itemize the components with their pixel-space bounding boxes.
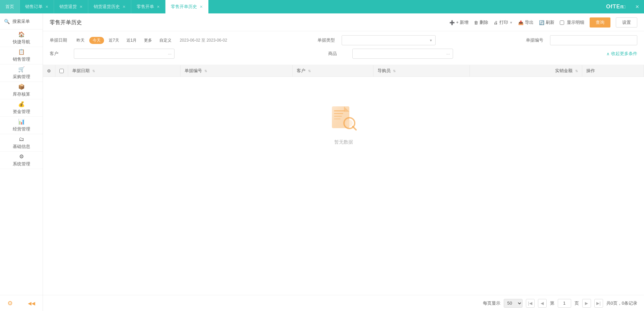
quick-nav-icon: 🏠 — [18, 31, 25, 38]
main-layout: 🔍 搜索采单 🏠 快捷导航 📋 销售管理 🛒 采购管理 📦 库存核算 💰 资金管… — [0, 13, 644, 311]
query-button[interactable]: 查询 — [590, 17, 610, 28]
svg-point-7 — [346, 120, 353, 126]
sidebar-item-operations[interactable]: 📊 经营管理 — [0, 117, 43, 134]
sales-mgmt-icon: 📋 — [18, 49, 25, 55]
svg-rect-4 — [334, 118, 341, 119]
date-opt-today[interactable]: 今天 — [89, 37, 104, 44]
print-label: 打印 — [499, 19, 508, 25]
tab-retail-history[interactable]: 零售开单历史 ✕ — [165, 0, 208, 13]
first-page-button[interactable]: |◀ — [526, 299, 535, 308]
sidebar-item-system[interactable]: ⚙ 系统管理 — [0, 152, 43, 169]
th-doc-date[interactable]: 单据日期 ⇅ — [68, 65, 181, 77]
tab-sales-order-label: 销售订单 — [25, 4, 43, 10]
collapse-sidebar-icon[interactable]: ◀◀ — [25, 298, 38, 309]
svg-line-8 — [353, 126, 356, 130]
minimize-button[interactable]: － — [604, 0, 617, 13]
tab-sales-order[interactable]: 销售订单 ✕ — [20, 0, 54, 13]
th-actual-amount[interactable]: 实销金额 ⇅ — [470, 65, 582, 77]
add-button[interactable]: ➕ + 新增 — [449, 19, 468, 25]
display-detail-checkbox[interactable] — [560, 20, 564, 25]
page-total-text: 共0页，0条记录 — [606, 300, 637, 306]
sidebar-item-label: 销售管理 — [13, 56, 30, 62]
sidebar-item-quick-nav[interactable]: 🏠 快捷导航 — [0, 30, 43, 47]
select-all-checkbox[interactable] — [59, 69, 64, 73]
tab-sales-return-history[interactable]: 销货退货历史 ✕ — [88, 0, 131, 13]
th-settings[interactable]: ⚙ — [43, 65, 55, 77]
toolbar: ➕ + 新增 🗑 删除 🖨 打印 ▼ 📤 导出 🔄 — [449, 17, 637, 28]
sidebar-item-label: 资金管理 — [13, 109, 30, 115]
th-checkbox[interactable] — [55, 65, 68, 77]
tab-sales-return-close[interactable]: ✕ — [80, 5, 83, 9]
close-button[interactable]: ✕ — [631, 0, 644, 13]
sort-amount-icon: ⇅ — [575, 69, 578, 73]
settings-button[interactable]: 设置 — [616, 17, 637, 28]
th-customer[interactable]: 客户 ⇅ — [293, 65, 374, 77]
sidebar-item-sales-mgmt[interactable]: 📋 销售管理 — [0, 47, 43, 64]
page-header: 零售开单历史 ➕ + 新增 🗑 删除 🖨 打印 ▼ 📤 导出 — [43, 13, 644, 31]
collapse-filter-label: 收起更多条件 — [611, 51, 637, 57]
top-bar: 首页 销售订单 ✕ 销货退货 ✕ 销货退货历史 ✕ 零售开单 ✕ 零售开单历史 … — [0, 0, 644, 13]
display-detail-button[interactable]: 显示明细 — [560, 19, 584, 25]
delete-label: 删除 — [480, 19, 488, 25]
date-opt-custom[interactable]: 自定义 — [157, 37, 174, 44]
th-guide[interactable]: 导购员 ⇅ — [373, 65, 470, 77]
sidebar-item-label: 采购管理 — [13, 74, 30, 80]
th-doc-no[interactable]: 单据编号 ⇅ — [180, 65, 293, 77]
goods-dots-icon: ··· — [446, 51, 450, 56]
tab-sales-return[interactable]: 销货退货 ✕ — [54, 0, 88, 13]
doc-no-input[interactable] — [550, 35, 637, 45]
sidebar-item-purchase-mgmt[interactable]: 🛒 采购管理 — [0, 64, 43, 82]
doc-no-label: 单据编号 — [526, 37, 545, 43]
page-label-after: 页 — [575, 300, 579, 306]
date-opt-yesterday[interactable]: 昨天 — [74, 37, 87, 44]
tab-retail-history-close[interactable]: ✕ — [200, 5, 203, 9]
next-page-button[interactable]: ▶ — [582, 299, 591, 308]
per-page-select[interactable]: 50 100 200 — [504, 299, 523, 308]
sidebar-item-label: 经营管理 — [13, 126, 30, 132]
add-label: + 新增 — [456, 19, 468, 25]
date-opt-last-month[interactable]: 近1月 — [124, 37, 140, 44]
prev-page-button[interactable]: ◀ — [538, 299, 547, 308]
current-page-input[interactable] — [558, 299, 571, 308]
tab-retail-open-label: 零售开单 — [137, 4, 154, 10]
tab-retail-open-close[interactable]: ✕ — [157, 5, 160, 9]
export-button[interactable]: 📤 导出 — [518, 19, 534, 25]
sidebar-item-finance[interactable]: 💰 资金管理 — [0, 99, 43, 117]
last-page-button[interactable]: ▶| — [594, 299, 603, 308]
tab-home[interactable]: 首页 — [0, 0, 20, 13]
sidebar-search[interactable]: 🔍 搜索采单 — [0, 13, 43, 30]
customer-filter-label: 客户 — [50, 51, 68, 57]
refresh-button[interactable]: 🔄 刷新 — [539, 19, 554, 25]
tab-sales-return-history-label: 销货退货历史 — [94, 4, 120, 10]
print-icon: 🖨 — [494, 20, 498, 25]
delete-button[interactable]: 🗑 删除 — [474, 19, 488, 25]
search-icon: 🔍 — [4, 19, 10, 24]
customer-select[interactable]: ··· — [74, 49, 175, 59]
print-dropdown-icon: ▼ — [509, 21, 513, 24]
goods-filter-label: 商品 — [328, 51, 347, 57]
maximize-button[interactable]: □ — [617, 0, 631, 13]
sidebar-item-basic-info[interactable]: 🗂 基础信息 — [0, 134, 43, 152]
sidebar-search-label: 搜索采单 — [12, 18, 30, 24]
date-opt-last7[interactable]: 近7天 — [106, 37, 122, 44]
date-opt-more[interactable]: 更多 — [141, 37, 155, 44]
date-options: 昨天 今天 近7天 近1月 更多 自定义 — [74, 37, 174, 44]
settings-gear-icon[interactable]: ⚙ — [5, 297, 15, 310]
refresh-label: 刷新 — [546, 19, 554, 25]
doc-type-select[interactable]: ▼ — [342, 35, 436, 45]
date-range-display: 2023-06-02 至 2023-06-02 — [180, 38, 227, 43]
sidebar-item-inventory[interactable]: 📦 库存核算 — [0, 82, 43, 99]
collapse-filter-button[interactable]: ∧ 收起更多条件 — [606, 51, 637, 57]
goods-select[interactable]: ··· — [352, 49, 453, 59]
print-button[interactable]: 🖨 打印 ▼ — [494, 19, 513, 25]
tab-sales-order-close[interactable]: ✕ — [45, 5, 48, 9]
column-settings-icon[interactable]: ⚙ — [47, 68, 51, 73]
svg-rect-2 — [334, 113, 343, 114]
sidebar-item-label: 基础信息 — [13, 144, 30, 150]
tab-retail-open[interactable]: 零售开单 ✕ — [131, 0, 165, 13]
table-area: ⚙ 单据日期 ⇅ 单据编号 ⇅ — [43, 65, 644, 295]
tab-sales-return-history-close[interactable]: ✕ — [122, 5, 126, 9]
collapse-up-icon: ∧ — [606, 51, 610, 56]
th-actual-amount-label: 实销金额 — [555, 68, 573, 73]
add-icon: ➕ — [449, 20, 455, 25]
